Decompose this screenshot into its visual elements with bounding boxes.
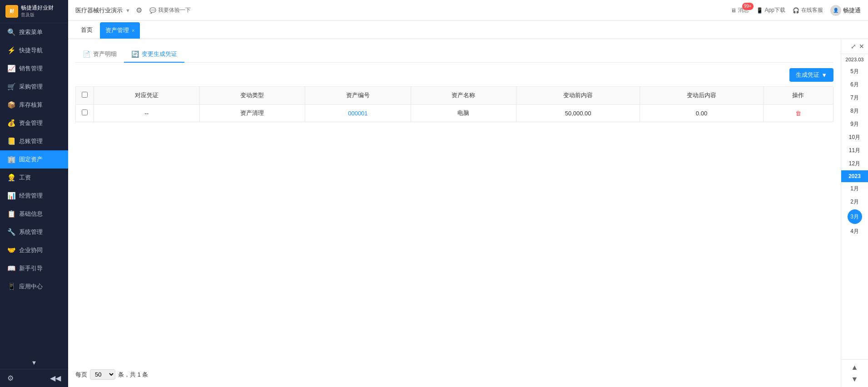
per-page-select[interactable]: 50 10 20 100 <box>90 369 115 380</box>
cell-after: 0.00 <box>640 104 764 122</box>
col-header-before: 变动前内容 <box>516 87 640 104</box>
tab-bar: 首页 资产管理 × <box>68 21 868 39</box>
experience-button[interactable]: 💬 我要体验一下 <box>149 6 191 14</box>
sub-tabs: 📄 资产明细 🔄 变更生成凭证 <box>75 46 833 63</box>
sidebar-item-label: 企业协同 <box>19 246 43 254</box>
collapse-icon[interactable]: ◀◀ <box>50 374 61 382</box>
sidebar-item-inventory[interactable]: 📦 库存核算 <box>0 96 68 114</box>
document-icon: 📄 <box>83 50 90 58</box>
sidebar-item-basic-info[interactable]: 📋 基础信息 <box>0 205 68 223</box>
chevron-down-icon: ▼ <box>125 8 130 13</box>
company-name: 医疗器械行业演示 <box>75 6 123 15</box>
month-item[interactable]: 7月 <box>841 91 868 104</box>
sub-tab-change-generate[interactable]: 🔄 变更生成凭证 <box>124 46 184 63</box>
close-panel-icon[interactable]: ✕ <box>859 43 864 50</box>
header-settings-icon[interactable]: ⚙ <box>136 6 142 15</box>
sidebar-item-app-center[interactable]: 📱 应用中心 <box>0 278 68 296</box>
col-header-asset-name: 资产名称 <box>411 87 516 104</box>
sidebar-item-sales[interactable]: 📈 销售管理 <box>0 60 68 78</box>
sidebar-item-fixed-assets[interactable]: 🏢 固定资产 <box>0 150 68 169</box>
month-item[interactable]: 4月 <box>841 225 868 238</box>
sidebar-item-label: 基础信息 <box>19 210 43 218</box>
tab-close-icon[interactable]: × <box>132 28 134 33</box>
logo-icon: 财 <box>5 5 18 18</box>
sidebar-item-system[interactable]: 🔧 系统管理 <box>0 223 68 241</box>
main-area: 医疗器械行业演示 ▼ ⚙ 💬 我要体验一下 🖥 消息 99+ 📱 App下载 🎧… <box>68 0 868 387</box>
online-service-label: 在线客服 <box>801 6 823 14</box>
month-item[interactable]: 12月 <box>841 157 868 170</box>
panel-nav-down[interactable]: ▼ <box>850 374 859 384</box>
sub-tab-asset-detail[interactable]: 📄 资产明细 <box>75 46 124 63</box>
app-download-button[interactable]: 📱 App下载 <box>756 6 785 14</box>
chevron-down-icon: ▼ <box>31 359 37 366</box>
dropdown-arrow-icon: ▼ <box>821 72 827 79</box>
month-item[interactable]: 8月 <box>841 104 868 118</box>
sidebar: 财 畅捷通好业财 普及版 🔍 搜索菜单 ⚡ 快捷导航 📈 销售管理 🛒 采购管理… <box>0 0 68 387</box>
sidebar-item-enterprise[interactable]: 🤝 企业协同 <box>0 241 68 259</box>
expand-icon[interactable]: ⤢ <box>851 43 856 50</box>
app-name: 畅捷通好业财 <box>21 5 54 12</box>
messages-badge: 99+ <box>742 3 754 10</box>
messages-button[interactable]: 🖥 消息 99+ <box>731 6 749 14</box>
sidebar-logo: 财 畅捷通好业财 普及版 <box>0 0 68 23</box>
sidebar-bottom: ⚙ ◀◀ <box>0 369 68 387</box>
username: 畅捷通 <box>843 6 861 15</box>
year-label-2023[interactable]: 2023 <box>841 170 868 182</box>
sidebar-item-finance[interactable]: 💰 资金管理 <box>0 114 68 132</box>
fixed-assets-icon: 🏢 <box>7 155 15 164</box>
cell-before: 50,000.00 <box>516 104 640 122</box>
sidebar-item-guide[interactable]: 📖 新手引导 <box>0 259 68 278</box>
settings-icon[interactable]: ⚙ <box>7 374 14 382</box>
row-checkbox-cell <box>76 104 94 122</box>
home-tab-label: 首页 <box>81 26 93 33</box>
finance-icon: 💰 <box>7 119 15 127</box>
right-date-panel: ⤢ ✕ 2023.03 5月 6月 7月 8月 9月 10月 11月 12月 2… <box>841 39 868 387</box>
month-item[interactable]: 11月 <box>841 144 868 157</box>
sidebar-item-ledger[interactable]: 📒 总账管理 <box>0 132 68 150</box>
select-all-header <box>76 87 94 104</box>
quick-nav-icon: ⚡ <box>7 46 15 55</box>
sidebar-item-label: 固定资产 <box>19 155 43 164</box>
tab-home[interactable]: 首页 <box>75 22 98 39</box>
total-count: 条，共 1 条 <box>118 371 148 379</box>
data-table-wrap: 对应凭证 变动类型 资产编号 资产名称 变动前内容 变动后内容 操作 <box>75 86 833 364</box>
company-selector[interactable]: 医疗器械行业演示 ▼ <box>75 6 130 15</box>
month-item[interactable]: 2月 <box>841 195 868 208</box>
experience-label: 我要体验一下 <box>158 6 191 14</box>
sidebar-item-operations[interactable]: 📊 经营管理 <box>0 187 68 205</box>
month-item[interactable]: 1月 <box>841 182 868 195</box>
current-period-label: 2023.03 <box>841 54 868 65</box>
sidebar-item-search[interactable]: 🔍 搜索菜单 <box>0 23 68 41</box>
app-center-icon: 📱 <box>7 283 15 291</box>
month-item[interactable]: 10月 <box>841 131 868 144</box>
generate-btn-label: 生成凭证 <box>796 71 819 79</box>
tab-asset-management[interactable]: 资产管理 × <box>100 22 140 39</box>
enterprise-icon: 🤝 <box>7 246 15 254</box>
row-checkbox[interactable] <box>82 109 88 115</box>
user-menu[interactable]: 👤 畅捷通 <box>830 5 861 16</box>
sidebar-item-purchase[interactable]: 🛒 采购管理 <box>0 78 68 96</box>
sidebar-item-label: 系统管理 <box>19 228 43 236</box>
sidebar-item-label: 工资 <box>19 174 31 182</box>
top-header: 医疗器械行业演示 ▼ ⚙ 💬 我要体验一下 🖥 消息 99+ 📱 App下载 🎧… <box>68 0 868 21</box>
sidebar-scroll-down[interactable]: ▼ <box>0 357 68 369</box>
month-item[interactable]: 9月 <box>841 118 868 131</box>
sidebar-item-payroll[interactable]: 👷 工资 <box>0 169 68 187</box>
message-icon: 🖥 <box>731 7 736 14</box>
month-item-active[interactable]: 3月 <box>848 209 862 224</box>
online-service-button[interactable]: 🎧 在线客服 <box>793 6 823 14</box>
avatar: 👤 <box>830 5 841 16</box>
select-all-checkbox[interactable] <box>82 92 88 98</box>
sub-tab-label: 变更生成凭证 <box>142 50 177 58</box>
service-icon: 🎧 <box>793 7 799 14</box>
sales-icon: 📈 <box>7 64 15 73</box>
sidebar-item-label: 销售管理 <box>19 64 43 73</box>
content-area: 📄 资产明细 🔄 变更生成凭证 生成凭证 ▼ <box>68 39 868 387</box>
data-table: 对应凭证 变动类型 资产编号 资产名称 变动前内容 变动后内容 操作 <box>75 86 833 122</box>
month-item[interactable]: 6月 <box>841 78 868 91</box>
panel-nav-up[interactable]: ▲ <box>850 362 859 372</box>
sidebar-item-quick-nav[interactable]: ⚡ 快捷导航 <box>0 41 68 60</box>
delete-row-button[interactable]: 🗑 <box>795 110 801 117</box>
month-item[interactable]: 5月 <box>841 65 868 78</box>
generate-voucher-button[interactable]: 生成凭证 ▼ <box>789 68 833 82</box>
